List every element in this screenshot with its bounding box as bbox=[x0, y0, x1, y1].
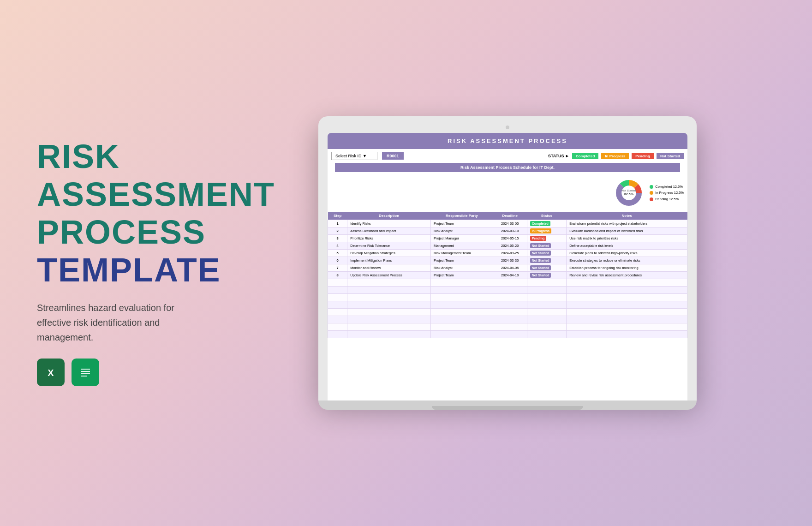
cell-responsible: Management bbox=[430, 242, 493, 250]
table-row-empty bbox=[328, 309, 687, 316]
spreadsheet: RISK ASSESSMENT PROCESS Select Risk ID ▼… bbox=[328, 133, 687, 338]
cell-step: 4 bbox=[328, 242, 347, 250]
sheet-title: RISK ASSESSMENT PROCESS bbox=[328, 133, 687, 149]
cell-step: 2 bbox=[328, 227, 347, 235]
status-notstarted-badge: Not Started bbox=[657, 153, 684, 159]
cell-description: Prioritize Risks bbox=[347, 235, 431, 242]
table-row: 3 Prioritize Risks Project Manager 2024-… bbox=[328, 235, 687, 242]
status-inprogress-badge: In Progress bbox=[601, 153, 629, 159]
cell-step: 6 bbox=[328, 257, 347, 264]
col-deadline: Deadline bbox=[493, 212, 527, 220]
title-line1: RISK bbox=[37, 140, 194, 173]
title-line4: TEMPLATE bbox=[37, 253, 194, 287]
col-status: Status bbox=[527, 212, 567, 220]
table-row: 4 Determine Risk Tolerance Management 20… bbox=[328, 242, 687, 250]
cell-description: Assess Likelihood and Impact bbox=[347, 227, 431, 235]
table-row-empty bbox=[328, 301, 687, 309]
cell-notes: Use risk matrix to prioritize risks bbox=[567, 235, 687, 242]
laptop: RISK ASSESSMENT PROCESS Select Risk ID ▼… bbox=[318, 116, 697, 400]
cell-status: In Progress bbox=[527, 227, 567, 235]
data-table: Step Description Responsible Party Deadl… bbox=[328, 212, 687, 338]
svg-rect-4 bbox=[81, 371, 90, 372]
select-risk-dropdown[interactable]: Select Risk ID ▼ bbox=[331, 152, 377, 160]
cell-description: Identify Risks bbox=[347, 220, 431, 227]
status-label: STATUS ► bbox=[548, 154, 569, 158]
cell-deadline: 2024-03-25 bbox=[493, 250, 527, 257]
table-row-empty bbox=[328, 316, 687, 323]
status-badge: Not Started bbox=[530, 273, 551, 278]
cell-responsible: Risk Analyst bbox=[430, 264, 493, 272]
cell-description: Develop Mitigation Strategies bbox=[347, 250, 431, 257]
laptop-camera bbox=[506, 126, 509, 129]
cell-step: 5 bbox=[328, 250, 347, 257]
table-row-empty bbox=[328, 323, 687, 331]
svg-rect-6 bbox=[81, 376, 87, 377]
cell-status: Not Started bbox=[527, 250, 567, 257]
cell-notes: Establish process for ongoing risk monit… bbox=[567, 264, 687, 272]
table-row-empty bbox=[328, 331, 687, 338]
control-row: Select Risk ID ▼ R0001 STATUS ► Complete… bbox=[328, 149, 687, 163]
cell-step: 3 bbox=[328, 235, 347, 242]
cell-responsible: Risk Management Team bbox=[430, 250, 493, 257]
col-notes: Notes bbox=[567, 212, 687, 220]
table-row-empty bbox=[328, 294, 687, 301]
cell-deadline: 2024-03-30 bbox=[493, 257, 527, 264]
table-row: 6 Implement Mitigation Plans Project Tea… bbox=[328, 257, 687, 264]
select-risk-label: Select Risk ID ▼ bbox=[335, 154, 367, 158]
cell-notes: Generate plans to address high-priority … bbox=[567, 250, 687, 257]
description-text: Streamlines hazard evaluation for effect… bbox=[37, 300, 194, 345]
table-row: 5 Develop Mitigation Strategies Risk Man… bbox=[328, 250, 687, 257]
status-badge: Not Started bbox=[530, 265, 551, 270]
cell-description: Monitor and Review bbox=[347, 264, 431, 272]
cell-status: Pending bbox=[527, 235, 567, 242]
status-badge: Completed bbox=[530, 221, 550, 226]
svg-text:X: X bbox=[48, 368, 54, 378]
dept-title: Risk Assessment Process Schedule for IT … bbox=[335, 163, 680, 172]
sheets-icon bbox=[72, 359, 99, 386]
status-badge: Not Started bbox=[530, 258, 551, 263]
svg-rect-2 bbox=[77, 364, 94, 381]
svg-text:62.5%: 62.5% bbox=[624, 192, 634, 196]
svg-text:Not Started: Not Started bbox=[622, 189, 636, 192]
chart-legend: Completed 12.5% In Progress 12.5% Pendin… bbox=[650, 184, 684, 203]
status-section: STATUS ► Completed In Progress Pending N… bbox=[548, 153, 684, 159]
status-badge: Pending bbox=[530, 236, 547, 241]
cell-deadline: 2024-03-05 bbox=[493, 220, 527, 227]
svg-rect-5 bbox=[81, 373, 90, 374]
cell-status: Not Started bbox=[527, 272, 567, 279]
cell-responsible: Project Team bbox=[430, 220, 493, 227]
cell-description: Implement Mitigation Plans bbox=[347, 257, 431, 264]
cell-responsible: Project Team bbox=[430, 272, 493, 279]
cell-status: Completed bbox=[527, 220, 567, 227]
svg-rect-3 bbox=[81, 369, 90, 370]
cell-deadline: 2024-04-05 bbox=[493, 264, 527, 272]
data-table-container: Step Description Responsible Party Deadl… bbox=[328, 212, 687, 338]
cell-notes: Review and revise risk assessment proced… bbox=[567, 272, 687, 279]
cell-status: Not Started bbox=[527, 264, 567, 272]
donut-chart: Not Started 62.5% bbox=[613, 177, 645, 209]
cell-responsible: Risk Analyst bbox=[430, 227, 493, 235]
cell-notes: Brainstorm potential risks with project … bbox=[567, 220, 687, 227]
col-step: Step bbox=[328, 212, 347, 220]
left-panel: RISK ASSESSMENT PROCESS TEMPLATE Streaml… bbox=[0, 112, 221, 414]
table-row: 7 Monitor and Review Risk Analyst 2024-0… bbox=[328, 264, 687, 272]
table-row: 2 Assess Likelihood and Impact Risk Anal… bbox=[328, 227, 687, 235]
cell-responsible: Project Manager bbox=[430, 235, 493, 242]
table-row-empty bbox=[328, 279, 687, 287]
cell-description: Update Risk Assessment Process bbox=[347, 272, 431, 279]
risk-id-value: R0001 bbox=[382, 152, 404, 160]
cell-step: 1 bbox=[328, 220, 347, 227]
title-line3: PROCESS bbox=[37, 215, 194, 249]
laptop-screen: RISK ASSESSMENT PROCESS Select Risk ID ▼… bbox=[328, 133, 687, 400]
cell-deadline: 2024-05-20 bbox=[493, 242, 527, 250]
cell-step: 7 bbox=[328, 264, 347, 272]
col-responsible: Responsible Party bbox=[430, 212, 493, 220]
table-row-empty bbox=[328, 287, 687, 294]
cell-notes: Execute strategies to reduce or eliminat… bbox=[567, 257, 687, 264]
cell-deadline: 2024-04-10 bbox=[493, 272, 527, 279]
laptop-container: RISK ASSESSMENT PROCESS Select Risk ID ▼… bbox=[221, 107, 812, 419]
excel-icon: X bbox=[37, 359, 65, 386]
table-row: 8 Update Risk Assessment Process Project… bbox=[328, 272, 687, 279]
laptop-base bbox=[318, 400, 697, 410]
status-badge: In Progress bbox=[530, 228, 552, 233]
